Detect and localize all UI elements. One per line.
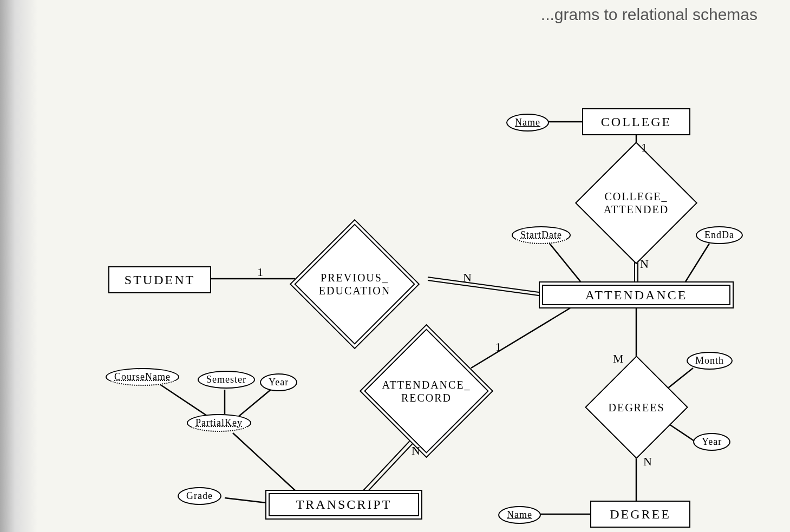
entity-label: COLLEGE bbox=[601, 115, 671, 129]
rel-college-attended: COLLEGE_ATTENDED bbox=[593, 160, 680, 246]
rel-attendance-record: ATTENDANCE_RECORD bbox=[379, 344, 474, 438]
attr-year-transcript: Year bbox=[260, 373, 297, 391]
rel-label: PREVIOUS_EDUCATION bbox=[319, 271, 390, 297]
card-attendance-attrec: 1 bbox=[495, 340, 501, 354]
entity-label: DEGREE bbox=[610, 507, 671, 522]
rel-previous-education: PREVIOUS_EDUCATION bbox=[309, 238, 401, 330]
attr-college-name: Name bbox=[506, 114, 549, 132]
card-attrec-transcript: N bbox=[412, 444, 420, 458]
card-degrees-degree: N bbox=[643, 455, 652, 469]
attr-month: Month bbox=[687, 352, 733, 370]
svg-line-7 bbox=[550, 244, 585, 287]
svg-line-8 bbox=[682, 244, 709, 287]
attr-end-date: EndDa bbox=[696, 226, 743, 244]
card-college-collatt: 1 bbox=[641, 141, 647, 155]
attr-grade: Grade bbox=[178, 487, 221, 505]
card-prev-attendance: N bbox=[463, 271, 472, 285]
attr-degree-name: Name bbox=[498, 506, 541, 524]
svg-line-17 bbox=[160, 384, 208, 417]
attr-semester: Semester bbox=[198, 371, 255, 389]
rel-label: COLLEGE_ATTENDED bbox=[604, 190, 669, 216]
attr-start-date: StartDate bbox=[512, 226, 571, 244]
svg-line-2 bbox=[428, 280, 539, 295]
entity-label: TRANSCRIPT bbox=[296, 497, 392, 512]
svg-line-9 bbox=[471, 306, 574, 368]
rel-label: DEGREES bbox=[609, 401, 665, 414]
card-collatt-attendance: N bbox=[640, 257, 649, 271]
entity-label: STUDENT bbox=[125, 273, 195, 287]
entity-label: ATTENDANCE bbox=[585, 288, 688, 303]
entity-attendance-weak: ATTENDANCE bbox=[539, 281, 734, 308]
entity-transcript-weak: TRANSCRIPT bbox=[265, 490, 422, 520]
entity-student: STUDENT bbox=[108, 266, 211, 293]
attr-year-degree: Year bbox=[693, 433, 730, 451]
card-student-prev: 1 bbox=[257, 265, 263, 279]
rel-label: ATTENDANCE_RECORD bbox=[382, 378, 471, 404]
svg-line-20 bbox=[233, 433, 303, 498]
svg-line-1 bbox=[428, 277, 539, 292]
entity-college: COLLEGE bbox=[582, 108, 690, 135]
attr-course-name: CourseName bbox=[106, 368, 179, 386]
card-attendance-degrees: M bbox=[613, 352, 624, 366]
svg-line-21 bbox=[225, 498, 271, 503]
entity-degree: DEGREE bbox=[590, 501, 690, 528]
attr-partial-key: PartialKey bbox=[187, 414, 251, 432]
rel-degrees: DEGREES bbox=[600, 371, 673, 444]
svg-line-19 bbox=[238, 390, 271, 417]
